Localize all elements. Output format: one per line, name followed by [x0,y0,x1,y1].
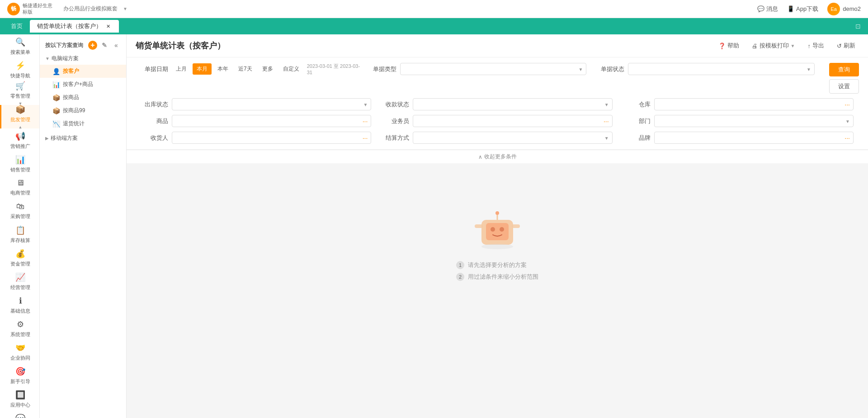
date-last-month-btn[interactable]: 上月 [172,63,191,75]
warehouse-input[interactable] [654,98,854,110]
query-btn[interactable]: 查询 [829,63,859,76]
user-menu-btn[interactable]: Ea demo2 [827,3,861,15]
svg-rect-1 [486,223,509,240]
salesperson-filter: 业务员 ··· [377,115,618,127]
brand-input[interactable] [654,132,854,144]
export-btn[interactable]: ↑ 导出 [804,40,828,52]
payment-status-select[interactable] [413,98,612,110]
mobile-group-header[interactable]: ▶ 移动端方案 [40,132,126,144]
sidebar-item-ecommerce[interactable]: 🖥 电商管理 [0,176,39,199]
inventory-icon: 📋 [15,225,25,235]
goods-input[interactable] [172,115,371,127]
svg-rect-6 [475,224,483,228]
department-select[interactable] [654,115,854,127]
payment-status-filter: 收款状态 ▼ [377,98,618,110]
sidebar-item-enterprise[interactable]: 🤝 企业协同 [0,340,39,364]
recipient-label: 收货人 [136,134,172,142]
scheme-by-customer[interactable]: 👤 按客户 [40,65,126,78]
sidebar-item-management[interactable]: 📈 经营管理 [0,270,39,293]
tab-maximize-btn[interactable]: ⊡ [852,21,864,32]
sidebar-item-inventory[interactable]: 📋 库存核算 [0,223,39,246]
app-download-btn[interactable]: 📱 App下载 [787,5,818,13]
search-icon: 🔍 [15,37,25,47]
collapse-panel-btn[interactable]: « [112,41,121,50]
help-btn[interactable]: ❓ 帮助 [715,40,743,52]
download-icon: 📱 [787,5,794,12]
industry-dropdown-icon[interactable]: ▼ [123,6,127,11]
settings-btn[interactable]: 设置 [829,79,859,94]
sidebar-item-basic-info[interactable]: ℹ 基础信息 [0,293,39,317]
warehouse-dots-btn[interactable]: ··· [844,101,850,108]
avatar: Ea [827,3,840,15]
svg-point-3 [500,227,504,232]
doc-type-filter: 单据类型 ▼ [364,63,592,75]
goods-label: 商品 [136,117,172,125]
sidebar-item-quick-nav[interactable]: ⚡ 快捷导航 [0,58,39,81]
print-icon: 🖨 [752,43,758,49]
recipient-dots-btn[interactable]: ··· [363,134,368,142]
out-status-select-wrapper: ▼ [172,98,371,110]
add-scheme-btn[interactable]: + [88,41,97,50]
mobile-group-toggle-icon: ▶ [45,136,49,141]
doc-status-select[interactable] [628,63,815,75]
sidebar-item-wholesale[interactable]: 📦 批发管理 ▲ [0,105,39,128]
panel-actions: + ✎ « [88,41,121,50]
tip-number-1: 1 [456,261,464,269]
scheme-by-customer-goods[interactable]: 📊 按客户+商品 [40,78,126,91]
template-print-btn[interactable]: 🖨 按模板打印 ▼ [748,40,799,52]
wholesale-icon: 📦 [15,104,25,114]
tab-close-icon[interactable]: ✕ [104,23,112,30]
brand-label: 品牌 [618,134,654,142]
date-this-month-btn[interactable]: 本月 [193,63,212,75]
recipient-input[interactable] [172,132,371,144]
sidebar-item-sales[interactable]: 📊 销售管理 [0,152,39,176]
header-right: 💬 消息 📱 App下载 Ea demo2 [757,3,861,15]
desktop-group-header[interactable]: ▼ 电脑端方案 [40,52,126,65]
salesperson-label: 业务员 [377,117,413,125]
sidebar-item-retail[interactable]: 🛒 零售管理 ▼ [0,81,39,105]
tab-home[interactable]: 首页 [4,20,30,33]
sidebar-item-finance[interactable]: 💰 资金管理 [0,246,39,270]
salesperson-dots-btn[interactable]: ··· [604,118,609,125]
tab-report[interactable]: 销货单统计表（按客户） ✕ [30,20,119,33]
sidebar-item-app-center[interactable]: 🔲 应用中心 [0,387,39,411]
brand-dots-btn[interactable]: ··· [844,134,850,142]
out-status-filter: 出库状态 ▼ [136,98,377,110]
sidebar-item-search[interactable]: 🔍 搜索菜单 [0,34,39,58]
out-status-select[interactable] [172,98,371,110]
settlement-select[interactable] [413,132,612,144]
date-more-btn[interactable]: 更多 [258,63,277,75]
date-7days-btn[interactable]: 近7天 [234,63,256,75]
goods-dots-btn[interactable]: ··· [363,118,368,125]
salesperson-input[interactable] [413,115,612,127]
sidebar-item-purchase[interactable]: 🛍 采购管理 [0,199,39,223]
scheme-return-stats[interactable]: 📉 退货统计 [40,117,126,130]
message-btn[interactable]: 💬 消息 [757,5,778,13]
page-actions: ❓ 帮助 🖨 按模板打印 ▼ ↑ 导出 ↺ 刷新 [715,40,859,57]
sidebar-item-marketing[interactable]: 📢 营销推广 [0,128,39,152]
edit-scheme-btn[interactable]: ✎ [100,41,109,50]
payment-status-label: 收款状态 [377,100,413,109]
goods-filter: 商品 ··· [136,115,377,127]
scheme-by-goods-99[interactable]: 📦 按商品99 [40,104,126,117]
empty-tip-2: 2 用过滤条件来缩小分析范围 [456,273,538,281]
refresh-btn[interactable]: ↺ 刷新 [833,40,859,52]
collapse-filter-btn[interactable]: ∧ 收起更多条件 [127,150,868,163]
date-filter-group: 单据日期 上月 本月 本年 近7天 更多 自定义 2023-03-01 至 20… [136,63,364,75]
scheme-by-goods[interactable]: 📦 按商品 [40,91,126,104]
return-scheme-icon: 📉 [52,120,60,128]
settlement-filter: 结算方式 ▼ [377,132,618,144]
svg-point-5 [495,211,499,215]
doc-type-select[interactable] [400,63,587,75]
sidebar-item-system[interactable]: ⚙ 系统管理 [0,317,39,340]
out-status-label: 出库状态 [136,100,172,109]
date-this-year-btn[interactable]: 本年 [213,63,232,75]
sidebar-item-guide[interactable]: 🎯 新手引导 [0,364,39,387]
collapse-icon: ∧ [478,154,482,160]
date-custom-btn[interactable]: 自定义 [279,63,303,75]
export-icon: ↑ [808,43,811,49]
left-scheme-panel: 按以下方案查询 + ✎ « ▼ 电脑端方案 👤 按客户 📊 按客户+商品 📦 [40,34,127,418]
group-toggle-icon: ▼ [45,56,50,61]
sidebar-item-wechat[interactable]: 💬 企业微信 [0,411,39,418]
top-header: 畅 畅捷通好生意 标版 办公用品行业模拟账套 ▼ 💬 消息 📱 App下载 Ea… [0,0,868,18]
